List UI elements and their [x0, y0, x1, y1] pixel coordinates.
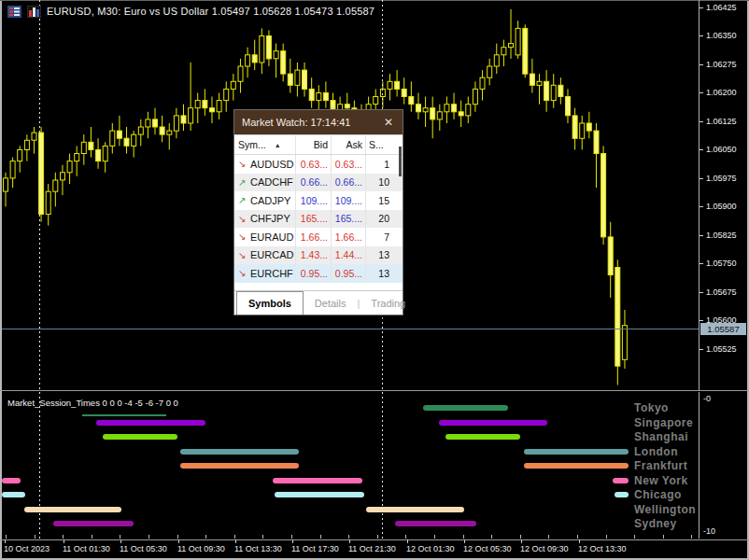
bid-cell: 1.43...	[296, 246, 332, 265]
table-row-cadjpy[interactable]: ↗CADJPY109....109....15	[234, 191, 403, 210]
symbol-cell: ↘EURCHF	[234, 264, 296, 283]
current-price-line	[2, 329, 699, 329]
candle-bull	[81, 142, 86, 153]
table-row-euraud[interactable]: ↘EURAUD1.66...1.66...7	[234, 228, 403, 246]
trend-up-icon: ↗	[238, 177, 247, 188]
trend-down-icon: ↘	[238, 250, 247, 260]
session-bar-shanghai	[103, 434, 177, 440]
session-bar-london	[180, 449, 299, 455]
candle-bear	[203, 101, 207, 108]
candle-bull	[10, 161, 15, 178]
close-icon[interactable]: ✕	[382, 116, 395, 129]
candle-bear	[615, 268, 620, 367]
candle-bull	[231, 81, 235, 89]
candle-bull	[18, 149, 22, 161]
price-tick	[700, 235, 703, 236]
tab-details[interactable]: Details	[304, 291, 358, 315]
candle-bull	[174, 116, 178, 131]
market-watch-window: Market Watch: 17:14:41 ✕ Sym... ▲ Bid As…	[233, 109, 403, 315]
session-bar-chicago	[275, 492, 364, 497]
session-axis-tick	[348, 535, 349, 539]
session-axis-tick	[663, 535, 664, 539]
session-bar-singapore	[439, 420, 547, 426]
column-header-spread[interactable]: S...	[366, 135, 394, 154]
scrollbar-thumb[interactable]	[399, 147, 402, 176]
symbol-name: CADCHF	[250, 176, 293, 188]
session-bar-tokyo	[423, 405, 508, 411]
table-row-eurchf[interactable]: ↘EURCHF0.95...0.95...13	[234, 264, 403, 283]
session-axis-tick	[520, 535, 521, 539]
bid-cell: 0.66...	[296, 174, 332, 192]
session-axis-tick	[6, 535, 7, 539]
candle-bull	[551, 85, 556, 100]
symbol-cell: ↗CADCHF	[234, 174, 296, 192]
candle-bull	[580, 123, 585, 138]
symbol-name: CHFJPY	[250, 213, 290, 224]
session-axis-tick	[205, 535, 206, 539]
time-tick	[120, 539, 121, 543]
trend-down-icon: ↘	[238, 231, 247, 242]
panel-separator[interactable]	[0, 390, 749, 391]
spread-cell: 13	[366, 264, 394, 283]
ask-cell: 0.66...	[332, 174, 366, 192]
price-tick	[700, 206, 703, 207]
candle-bear	[395, 81, 400, 89]
day-separator-line	[39, 0, 40, 390]
sessions-subwindow[interactable]: Market_Session_Times 0 0 0 -4 -5 -6 -7 0…	[2, 392, 699, 539]
candle-bear	[402, 89, 406, 96]
candle-bear	[459, 112, 463, 116]
table-row-cadchf[interactable]: ↗CADCHF0.66...0.66...10	[234, 174, 403, 192]
table-row-audusd[interactable]: ↘AUDUSD0.63...0.63...1	[234, 155, 403, 174]
candle-bear	[608, 237, 613, 275]
symbol-name: EURAUD	[250, 231, 293, 243]
table-row-eurcad[interactable]: ↘EURCAD1.43...1.44...13	[234, 246, 403, 265]
candle-bull	[189, 108, 193, 123]
candle-bull	[488, 66, 492, 77]
session-axis-tick	[405, 535, 406, 539]
candle-bear	[409, 97, 414, 105]
terminal-window: EURUSD, M30: Euro vs US Dollar 1.05497 1…	[0, 0, 749, 560]
session-axis-tick	[262, 535, 263, 539]
candle-bull	[4, 178, 8, 191]
time-axis[interactable]: 10 Oct 202311 Oct 01:3011 Oct 05:3011 Oc…	[2, 539, 749, 558]
price-tick-label: 1.06200	[706, 88, 737, 97]
day-separator-line	[382, 392, 383, 539]
session-axis-tick	[463, 535, 464, 539]
candle-bull	[374, 97, 378, 105]
price-tick	[700, 35, 703, 36]
candle-bull	[260, 36, 264, 63]
tab-symbols[interactable]: Symbols	[236, 291, 304, 315]
trend-up-icon: ↗	[238, 195, 247, 205]
time-tick-label: 11 Oct 05:30	[120, 544, 167, 553]
time-tick-label: 11 Oct 17:30	[291, 544, 339, 553]
session-label-wellington: Wellington	[634, 503, 696, 516]
sessions-scale-top: -0	[703, 394, 711, 403]
session-bar-new-york	[613, 478, 629, 483]
market-watch-titlebar[interactable]: Market Watch: 17:14:41 ✕	[234, 110, 403, 134]
column-header-bid[interactable]: Bid	[296, 135, 332, 154]
column-header-symbol[interactable]: Sym... ▲	[234, 135, 296, 154]
candle-bear	[181, 116, 186, 123]
column-header-ask[interactable]: Ask	[332, 135, 366, 154]
time-tick	[464, 539, 465, 543]
chart-window-icon[interactable]	[27, 5, 41, 17]
session-bar-singapore	[96, 420, 205, 426]
candle-bear	[160, 127, 164, 134]
session-axis-tick	[291, 535, 292, 539]
ask-cell: 109....	[332, 191, 366, 210]
session-axis-tick	[320, 535, 321, 539]
market-watch-header-row[interactable]: Sym... ▲ Bid Ask S...	[234, 135, 403, 155]
price-tick	[700, 121, 703, 122]
candle-bull	[138, 127, 143, 134]
candle-bull	[61, 173, 65, 180]
candle-bull	[274, 51, 278, 59]
session-axis-tick	[548, 535, 549, 539]
market-watch-icon[interactable]	[7, 5, 21, 17]
session-axis-tick	[634, 535, 635, 539]
spread-cell: 15	[366, 191, 394, 210]
candle-bear	[594, 131, 599, 153]
price-axis[interactable]: 1.064251.063501.062751.062001.061251.060…	[699, 0, 749, 390]
candle-bull	[502, 48, 506, 55]
table-row-chfjpy[interactable]: ↘CHFJPY165....165....20	[234, 210, 403, 229]
tab-trading[interactable]: Trading	[360, 291, 417, 315]
